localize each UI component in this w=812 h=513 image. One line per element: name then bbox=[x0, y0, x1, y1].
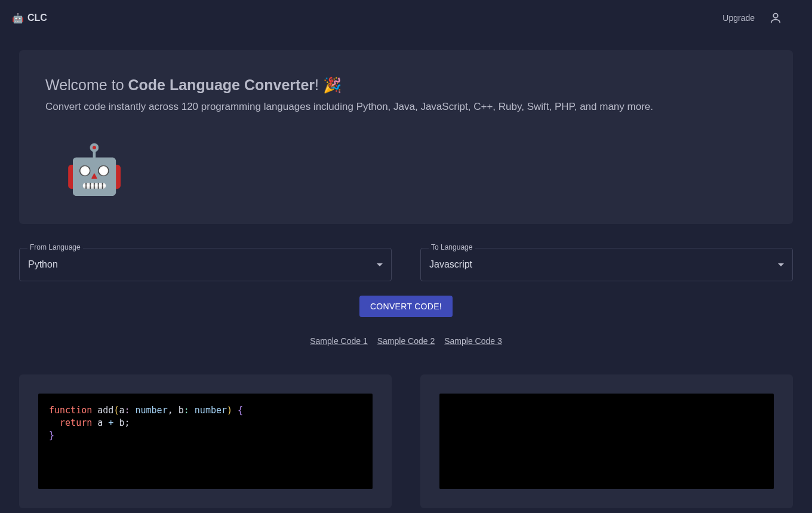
code-token: ; bbox=[124, 417, 130, 428]
welcome-prefix: Welcome to bbox=[45, 76, 128, 93]
upgrade-link[interactable]: Upgrade bbox=[722, 13, 755, 23]
from-language-group: From Language Python bbox=[19, 248, 392, 281]
code-panels: function add(a: number, b: number) { ret… bbox=[19, 374, 793, 508]
welcome-suffix: ! 🎉 bbox=[315, 76, 342, 93]
header-right: Upgrade bbox=[722, 11, 800, 24]
main-content: Welcome to Code Language Converter! 🎉 Co… bbox=[0, 36, 812, 513]
from-language-select[interactable]: Python bbox=[19, 248, 392, 281]
output-code-panel bbox=[420, 374, 793, 508]
chevron-down-icon bbox=[377, 263, 383, 266]
welcome-card: Welcome to Code Language Converter! 🎉 Co… bbox=[19, 50, 793, 224]
welcome-title: Welcome to Code Language Converter! 🎉 bbox=[45, 76, 767, 94]
sample-code-1-link[interactable]: Sample Code 1 bbox=[310, 336, 368, 346]
from-language-label: From Language bbox=[27, 243, 83, 251]
header: 🤖 CLC Upgrade bbox=[0, 0, 812, 36]
to-language-value: Javascript bbox=[429, 259, 472, 270]
code-token: a bbox=[92, 417, 108, 428]
user-icon[interactable] bbox=[769, 11, 782, 24]
code-token: : bbox=[184, 405, 189, 416]
code-token: number bbox=[130, 405, 167, 416]
source-code-area[interactable]: function add(a: number, b: number) { ret… bbox=[38, 394, 373, 489]
to-language-select[interactable]: Javascript bbox=[420, 248, 793, 281]
from-language-value: Python bbox=[28, 259, 58, 270]
code-token: number bbox=[189, 405, 227, 416]
sample-links: Sample Code 1 Sample Code 2 Sample Code … bbox=[19, 336, 793, 346]
code-token: ) bbox=[227, 405, 232, 416]
output-code-area[interactable] bbox=[439, 394, 774, 489]
svg-point-0 bbox=[773, 14, 777, 18]
to-language-label: To Language bbox=[429, 243, 475, 251]
source-code-panel: function add(a: number, b: number) { ret… bbox=[19, 374, 392, 508]
welcome-bold: Code Language Converter bbox=[128, 76, 315, 93]
logo-text: CLC bbox=[27, 13, 47, 23]
code-token: , bbox=[168, 405, 173, 416]
sample-code-3-link[interactable]: Sample Code 3 bbox=[444, 336, 502, 346]
to-language-group: To Language Javascript bbox=[420, 248, 793, 281]
code-token: } bbox=[49, 430, 54, 441]
code-token bbox=[49, 417, 60, 428]
code-token: function bbox=[49, 405, 92, 416]
code-token: add bbox=[92, 405, 113, 416]
code-token: { bbox=[232, 405, 243, 416]
code-token: b bbox=[173, 405, 184, 416]
code-token: b bbox=[113, 417, 124, 428]
sample-code-2-link[interactable]: Sample Code 2 bbox=[377, 336, 435, 346]
convert-button[interactable]: CONVERT CODE! bbox=[359, 296, 453, 317]
convert-button-wrap: CONVERT CODE! bbox=[19, 296, 793, 317]
chevron-down-icon bbox=[778, 263, 784, 266]
robot-icon: 🤖 bbox=[12, 13, 24, 24]
welcome-subtitle: Convert code instantly across 120 progra… bbox=[45, 101, 767, 113]
robot-large-icon: 🤖 bbox=[64, 142, 767, 198]
logo[interactable]: 🤖 CLC bbox=[12, 13, 47, 24]
language-selectors: From Language Python To Language Javascr… bbox=[19, 248, 793, 281]
code-token: return bbox=[60, 417, 92, 428]
